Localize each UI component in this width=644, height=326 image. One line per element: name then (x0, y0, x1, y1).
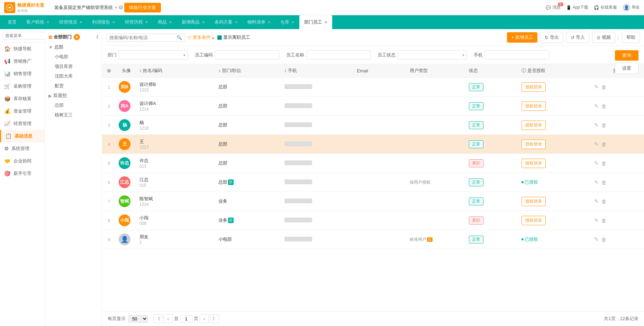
dept-item-plant[interactable]: 植树王三 (45, 110, 102, 120)
close-icon[interactable]: ✕ (145, 20, 148, 25)
dept-item-zongbu[interactable]: ▼ 总部 (45, 42, 102, 52)
dept-select[interactable] (119, 50, 188, 60)
sidebar-item-basic[interactable]: 📋 基础信息 (0, 130, 45, 142)
auth-login-btn[interactable]: 授权登录 (521, 159, 546, 168)
dept-item-distribution[interactable]: 配货 (45, 81, 102, 91)
close-icon[interactable]: ✕ (46, 20, 49, 25)
try-btn[interactable]: 体验行业方案 (124, 3, 161, 12)
close-icon[interactable]: ✕ (202, 20, 205, 25)
tab-customer[interactable]: 客户联络✕ (21, 15, 54, 29)
dept-edit-icon[interactable]: ✎ (74, 34, 80, 40)
edit-icon[interactable]: ✎ (594, 179, 599, 185)
delete-icon[interactable]: 🗑 (601, 199, 607, 204)
help-btn[interactable]: 帮助 (622, 32, 640, 43)
delete-icon[interactable]: 🗑 (601, 179, 607, 185)
delete-icon[interactable]: 🗑 (601, 218, 607, 223)
tab-employees[interactable]: 部门员工✕ (299, 15, 332, 29)
close-icon[interactable]: ✕ (291, 20, 294, 25)
tab-operation[interactable]: 经营情况✕ (54, 15, 87, 29)
first-page-btn[interactable]: 《 (153, 314, 162, 323)
close-icon[interactable]: ✕ (267, 20, 271, 25)
close-icon[interactable]: ✕ (79, 20, 82, 25)
sidebar-item-collab[interactable]: 🤝 企业协同 (0, 155, 45, 167)
page-input[interactable] (180, 315, 192, 323)
sidebar-item-quicknav[interactable]: 🏠 快捷导航 (0, 43, 45, 55)
edit-icon[interactable]: ✎ (594, 141, 599, 147)
next-page-btn[interactable]: › (200, 314, 209, 323)
col-settings[interactable]: ⚙ (102, 64, 116, 78)
query-btn[interactable]: 查询 (615, 50, 638, 61)
edit-icon[interactable]: ✎ (594, 217, 599, 223)
col-name[interactable]: ↕ 姓名/编码 (137, 64, 216, 78)
edit-icon[interactable]: ✎ (594, 198, 599, 204)
sidebar-item-sales[interactable]: 📊 销售管理 (0, 68, 45, 80)
last-page-btn[interactable]: 》 (210, 314, 219, 323)
per-page-select[interactable]: 50 100 200 (128, 315, 148, 323)
edit-icon[interactable]: ✎ (594, 84, 599, 90)
close-icon[interactable]: ✕ (324, 20, 327, 25)
tab-warehouse[interactable]: 仓库✕ (275, 15, 299, 29)
tab-barcode[interactable]: 条码方案✕ (210, 15, 243, 29)
emp-code-input[interactable] (215, 50, 279, 60)
col-dept[interactable]: ↕ 部门/职位 (216, 64, 281, 78)
sidebar-item-purchase[interactable]: 🛒 采购管理 (0, 80, 45, 92)
more-filter-btn[interactable]: ▽ 更多条件 ▴ (188, 34, 215, 41)
sidebar-item-system[interactable]: ⚙ 系统管理 (0, 142, 45, 155)
close-icon[interactable]: ✕ (169, 20, 172, 25)
auth-login-btn[interactable]: 授权登录 (521, 140, 546, 149)
col-phone[interactable]: ↕ 手机 (282, 64, 354, 78)
app-download-btn[interactable]: 📱 App下载 (566, 5, 588, 10)
online-service-btn[interactable]: 🎧 在线客服 (594, 5, 617, 10)
add-employee-btn[interactable]: + 新增员工 (507, 32, 537, 43)
edit-icon[interactable]: ✎ (594, 103, 599, 109)
export-btn[interactable]: ↻ 导出 (540, 32, 563, 43)
import-btn[interactable]: ↺ 导入 (566, 32, 589, 43)
delete-icon[interactable]: 🗑 (601, 84, 607, 90)
auth-login-btn[interactable]: 授权登录 (521, 216, 546, 225)
tab-history[interactable]: 经营历程✕ (120, 15, 153, 29)
set-btn[interactable]: 设置 (615, 63, 638, 74)
auth-login-btn[interactable]: 授权登录 (521, 121, 546, 130)
emp-status-select[interactable] (398, 50, 467, 60)
tab-profit[interactable]: 利润报告✕ (87, 15, 120, 29)
search-input[interactable] (109, 35, 175, 40)
view-btn[interactable]: ⊙ 视频 (592, 32, 615, 43)
dept-item-project[interactable]: 项目库房 (45, 62, 102, 71)
phone-input[interactable] (485, 50, 549, 60)
sidebar-item-finance[interactable]: 💰 资金管理 (0, 105, 45, 117)
show-resigned-input[interactable] (217, 35, 222, 40)
dropdown-arrow[interactable]: ▾ (115, 5, 117, 10)
sidebar-item-marketing[interactable]: 📢 营销推广 (0, 55, 45, 68)
settings-icon[interactable]: ⚙ (117, 4, 124, 11)
close-icon[interactable]: ✕ (112, 20, 115, 25)
close-icon[interactable]: ✕ (235, 20, 238, 25)
auth-login-btn[interactable]: 授权登录 (521, 197, 546, 206)
sidebar-item-management[interactable]: 📈 经营管理 (0, 117, 45, 130)
dept-item-shenyang[interactable]: 沈阳大库 (45, 71, 102, 81)
user-btn[interactable]: 👤 用友 (623, 4, 640, 11)
edit-icon[interactable]: ✎ (594, 236, 599, 243)
auth-login-btn[interactable]: 授权登录 (521, 102, 546, 111)
dept-item-general[interactable]: 总部 (45, 100, 102, 110)
delete-icon[interactable]: 🗑 (601, 122, 607, 128)
edit-icon[interactable]: ✎ (594, 122, 599, 128)
prev-page-btn[interactable]: ‹ (164, 314, 173, 323)
tab-bom[interactable]: 物料清单✕ (243, 15, 275, 29)
delete-icon[interactable]: 🗑 (601, 141, 607, 147)
sidebar-item-guide[interactable]: 🎯 新手引导 (0, 167, 45, 180)
emp-name-input[interactable] (306, 50, 371, 60)
edit-icon[interactable]: ✎ (594, 160, 599, 166)
auth-login-btn[interactable]: 授权登录 (521, 82, 546, 92)
delete-icon[interactable]: 🗑 (601, 160, 607, 166)
sidebar-item-inventory[interactable]: 📦 库存核算 (0, 92, 45, 105)
messages-btn[interactable]: 💬 消息 6 (546, 5, 561, 10)
tab-add-goods[interactable]: 新增商品✕ (177, 15, 210, 29)
tab-goods[interactable]: 商品✕ (153, 15, 177, 29)
dept-item-shuanglu[interactable]: ▶ 双鹿想 (45, 91, 102, 100)
delete-icon[interactable]: 🗑 (601, 237, 607, 243)
delete-icon[interactable]: 🗑 (601, 103, 607, 109)
tab-home[interactable]: 首页 (3, 15, 21, 29)
dept-item-small-elec[interactable]: 小电部 (45, 52, 102, 62)
dept-collapse-icon[interactable]: 《 (94, 34, 98, 40)
show-resigned-checkbox[interactable]: 显示离职员工 (217, 34, 250, 41)
